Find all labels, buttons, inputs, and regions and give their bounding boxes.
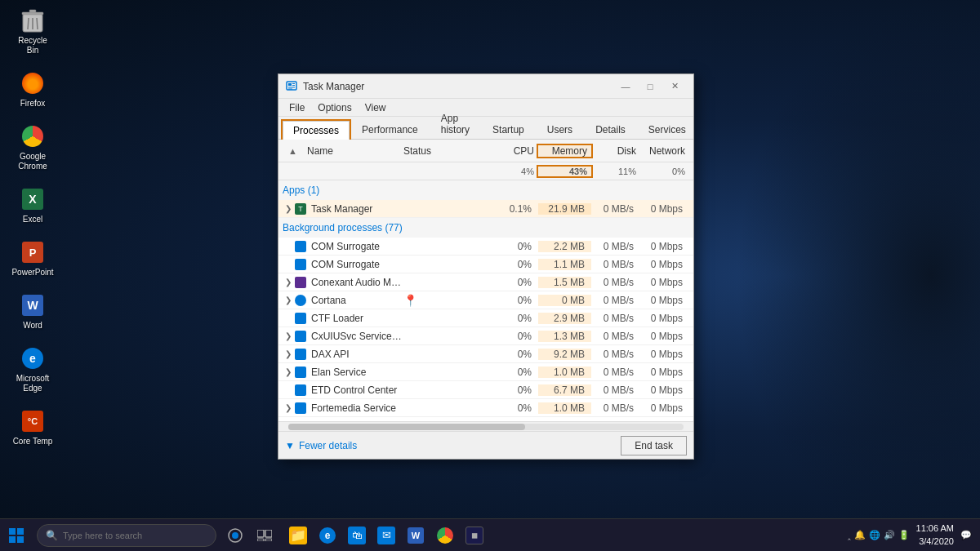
expand-icon[interactable]: ❯ [283,349,294,358]
table-row[interactable]: ❯ Fortemedia Service 0% 1.0 MB 0 MB/s 0 … [278,399,693,417]
process-icon [294,294,307,307]
col-network[interactable]: Network [640,145,689,157]
col-name[interactable]: Name [303,145,403,157]
col-cpu[interactable]: CPU [493,145,538,157]
tab-processes[interactable]: Processes [283,121,350,140]
tray-network[interactable]: 🌐 [869,530,880,540]
tray-notification[interactable]: 🔔 [854,530,866,540]
process-icon [294,330,307,343]
process-network: 0 Mbps [640,367,689,378]
ppt-graphic: P [20,239,46,265]
col-status[interactable]: Status [403,145,493,157]
word-icon-desktop[interactable]: W Word [8,289,57,334]
tab-users[interactable]: Users [537,120,583,139]
cortana-button[interactable] [220,519,250,552]
table-row[interactable]: ❯ Cortana 📍 0% 0 MB 0 MB/s 0 Mbps [278,291,693,309]
taskbar-app-store[interactable]: 🛍 [342,519,372,552]
tab-startup[interactable]: Startup [482,120,535,139]
svg-rect-1 [22,12,43,15]
taskbar-app-mail[interactable]: ✉ [372,519,401,552]
edge-label: Microsoft Edge [11,374,54,393]
expand-icon[interactable]: ❯ [283,295,294,304]
apps-section-header[interactable]: Apps (1) [278,180,693,200]
menu-options[interactable]: Options [311,100,358,115]
apps-section-title[interactable]: Apps (1) [283,184,319,196]
firefox-graphic [20,70,46,96]
search-input[interactable] [63,531,202,540]
table-row[interactable]: COM Surrogate 0% 2.2 MB 0 MB/s 0 Mbps [278,238,693,256]
expand-icon[interactable]: ❯ [283,367,294,376]
process-list[interactable]: Apps (1) ❯ T Task Manager 0.1% 21.9 MB 0… [278,180,693,421]
tray-chevron[interactable]: ‸ [848,530,851,540]
fewer-details-label: Fewer details [299,440,357,451]
table-row[interactable]: COM Surrogate 0% 1.1 MB 0 MB/s 0 Mbps [278,256,693,273]
start-button[interactable] [0,519,33,552]
svg-line-3 [28,18,29,29]
table-row[interactable]: ❯ DAX API 0% 9.2 MB 0 MB/s 0 Mbps [278,345,693,363]
table-row[interactable]: ❯ T Task Manager 0.1% 21.9 MB 0 MB/s 0 M… [278,200,693,218]
menu-file[interactable]: File [283,100,311,115]
action-center-icon[interactable]: 💬 [960,530,972,540]
sort-arrow[interactable]: ▲ [283,146,303,156]
firefox-icon-desktop[interactable]: Firefox [8,67,57,112]
process-network: 0 Mbps [640,241,689,252]
process-network: 0 Mbps [640,313,689,324]
table-row[interactable]: ❯ Conexant Audio Message Service 0% 1.5 … [278,273,693,291]
excel-label: Excel [23,215,42,224]
table-row[interactable]: ❯ CxUIUSvc Service (32 bit) 0% 1.3 MB 0 … [278,327,693,345]
process-name: COM Surrogate [311,241,403,252]
fewer-details-button[interactable]: ▼ Fewer details [285,440,357,451]
close-button[interactable]: ✕ [662,78,687,95]
maximize-button[interactable]: □ [638,78,662,95]
expand-icon[interactable]: ❯ [283,403,294,412]
expand-icon[interactable]: ❯ [283,204,294,213]
horizontal-scrollbar[interactable] [278,421,693,431]
process-icon [294,312,307,325]
process-cpu: 0% [493,367,538,378]
end-task-button[interactable]: End task [621,436,687,455]
chrome-icon-desktop[interactable]: Google Chrome [8,120,57,175]
process-disk: 0 MB/s [591,349,640,360]
tab-app-history[interactable]: App history [430,109,480,139]
tray-battery[interactable]: 🔋 [898,530,910,540]
powerpoint-icon-desktop[interactable]: P PowerPoint [8,236,57,281]
recycle-bin-icon[interactable]: Recycle Bin [8,4,57,59]
menu-view[interactable]: View [359,100,393,115]
hscroll-track[interactable] [288,424,684,430]
taskbar-app-extra[interactable]: ◼ [460,519,489,552]
taskbar-app-file-explorer[interactable]: 📁 [283,519,313,552]
tray-volume[interactable]: 🔊 [884,530,895,540]
taskbar-search[interactable]: 🔍 [37,524,216,547]
minimize-button[interactable]: — [613,78,638,95]
taskbar-app-edge[interactable]: e [313,519,342,552]
coretemp-icon-desktop[interactable]: °C Core Temp [8,405,57,450]
process-icon [294,402,307,415]
expand-icon[interactable]: ❯ [283,278,294,287]
tray-time[interactable]: 11:06 AM 3/4/2020 [916,522,954,548]
table-row[interactable]: ETD Control Center 0% 6.7 MB 0 MB/s 0 Mb… [278,381,693,399]
tab-services[interactable]: Services [638,120,697,139]
fewer-details-icon: ▼ [285,440,295,451]
table-row[interactable]: CTF Loader 0% 2.9 MB 0 MB/s 0 Mbps [278,309,693,327]
col-memory[interactable]: Memory [538,145,591,157]
excel-icon-desktop[interactable]: X Excel [8,183,57,228]
background-section-header[interactable]: Background processes (77) [278,218,693,238]
edge-icon-desktop[interactable]: e Microsoft Edge [8,342,57,397]
tab-performance[interactable]: Performance [351,120,429,139]
col-disk[interactable]: Disk [591,145,640,157]
tab-details[interactable]: Details [585,120,636,139]
taskbar-app-word[interactable]: W [401,519,430,552]
task-view-button[interactable] [250,519,279,552]
taskbar-app-chrome[interactable] [430,519,460,552]
svg-line-5 [37,18,38,29]
svg-rect-13 [17,528,24,535]
table-row[interactable]: ❯ Elan Service 0% 1.0 MB 0 MB/s 0 Mbps [278,363,693,381]
expand-icon[interactable]: ❯ [283,331,294,340]
ppt-label: PowerPoint [11,268,53,278]
background-section-title[interactable]: Background processes (77) [283,222,403,233]
process-icon [294,240,307,253]
process-network: 0 Mbps [640,402,689,414]
recycle-bin-label: Recycle Bin [11,36,54,56]
tray-icons: ‸ 🔔 🌐 🔊 🔋 [848,530,910,540]
hscroll-thumb[interactable] [288,424,525,430]
